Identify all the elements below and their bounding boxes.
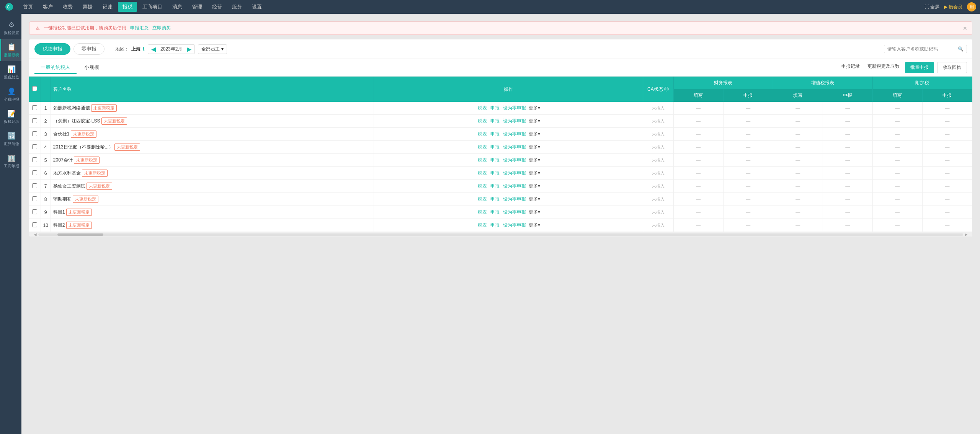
row-checkbox[interactable] [32, 144, 37, 149]
op-set-zero[interactable]: 设为零申报 [503, 183, 526, 189]
op-tax-form[interactable]: 税表 [478, 144, 487, 150]
row-checkbox[interactable] [32, 222, 37, 227]
op-more[interactable]: 更多▾ [529, 105, 540, 111]
user-avatar[interactable]: 用 [967, 2, 976, 11]
sidebar-item-tax-settings[interactable]: ⚙ 报税设置 [0, 17, 21, 39]
op-more[interactable]: 更多▾ [529, 209, 540, 215]
select-all-checkbox[interactable] [32, 86, 37, 91]
sidebar-item-annual-report[interactable]: 🏢 工商年报 [0, 150, 21, 172]
row-checkbox[interactable] [32, 118, 37, 123]
update-tax-link[interactable]: 更新税定及取数 [865, 62, 902, 73]
op-set-zero[interactable]: 设为零申报 [503, 157, 526, 163]
row-additional-fill: — [872, 102, 922, 115]
taxpayer-tab-small[interactable]: 小规模 [78, 62, 105, 74]
nav-billing[interactable]: 收费 [58, 2, 77, 12]
month-prev-button[interactable]: ◀ [151, 46, 156, 53]
op-more[interactable]: 更多▾ [529, 183, 540, 189]
op-declare[interactable]: 申报 [490, 118, 500, 124]
row-checkbox[interactable] [32, 105, 37, 110]
scrollbar-track[interactable] [38, 233, 963, 236]
scroll-left-arrow[interactable]: ◀ [32, 232, 38, 237]
row-checkbox[interactable] [32, 131, 37, 136]
op-tax-form[interactable]: 税表 [478, 131, 487, 137]
op-tax-form[interactable]: 税表 [478, 183, 487, 189]
banner-link-buy[interactable]: 立即购买 [152, 25, 171, 31]
op-more[interactable]: 更多▾ [529, 118, 540, 124]
op-more[interactable]: 更多▾ [529, 170, 540, 176]
op-tax-form[interactable]: 税表 [478, 196, 487, 202]
op-tax-form[interactable]: 税表 [478, 209, 487, 215]
row-tax-report: — [823, 102, 872, 115]
op-declare[interactable]: 申报 [490, 131, 500, 137]
op-more[interactable]: 更多▾ [529, 196, 540, 202]
collect-receipt-button[interactable]: 收取回执 [937, 62, 967, 73]
row-finance-report: — [723, 141, 773, 154]
taxpayer-tab-general[interactable]: 一般的纳税人 [34, 62, 77, 74]
tab-zero-declaration[interactable]: 零申报 [74, 43, 105, 55]
nav-business[interactable]: 工商项目 [138, 2, 167, 12]
declaration-records-link[interactable]: 申报记录 [839, 62, 862, 73]
op-more[interactable]: 更多▾ [529, 157, 540, 163]
search-icon[interactable]: 🔍 [958, 46, 964, 52]
sidebar-item-individual-tax[interactable]: 👤 个税申报 [0, 83, 21, 106]
row-checkbox[interactable] [32, 170, 37, 175]
row-checkbox[interactable] [32, 209, 37, 214]
month-next-button[interactable]: ▶ [187, 46, 191, 53]
nav-manage[interactable]: 管理 [188, 2, 207, 12]
op-more[interactable]: 更多▾ [529, 144, 540, 150]
op-more[interactable]: 更多▾ [529, 222, 540, 228]
op-tax-form[interactable]: 税表 [478, 157, 487, 163]
op-set-zero[interactable]: 设为零申报 [503, 209, 526, 215]
nav-invoice[interactable]: 票据 [78, 2, 97, 12]
op-tax-form[interactable]: 税表 [478, 105, 487, 111]
tab-tax-declaration[interactable]: 税款申报 [34, 43, 70, 55]
nav-accounting[interactable]: 记账 [98, 2, 117, 12]
op-set-zero[interactable]: 设为零申报 [503, 222, 526, 228]
op-declare[interactable]: 申报 [490, 144, 500, 150]
nav-settings[interactable]: 设置 [247, 2, 266, 12]
nav-tax[interactable]: 报税 [118, 2, 137, 12]
op-set-zero[interactable]: 设为零申报 [503, 105, 526, 111]
op-declare[interactable]: 申报 [490, 157, 500, 163]
nav-operation[interactable]: 经营 [207, 2, 227, 12]
op-declare[interactable]: 申报 [490, 105, 500, 111]
banner-close-button[interactable]: ✕ [963, 25, 967, 31]
batch-declare-button[interactable]: 批量申报 [905, 62, 934, 73]
taxpayer-action-bar: 一般的纳税人 小规模 申报记录 更新税定及取数 批量申报 收取回执 [29, 59, 972, 77]
sidebar-item-batch-tax[interactable]: 📋 批量报税 [0, 39, 21, 61]
nav-home[interactable]: 首页 [18, 2, 38, 12]
scroll-right-arrow[interactable]: ▶ [963, 232, 969, 237]
op-more[interactable]: 更多▾ [529, 131, 540, 137]
nav-message[interactable]: 消息 [168, 2, 187, 12]
op-declare[interactable]: 申报 [490, 170, 500, 176]
vip-button[interactable]: ▶ 畅会员 [944, 4, 962, 10]
row-checkbox[interactable] [32, 183, 37, 188]
op-declare[interactable]: 申报 [490, 183, 500, 189]
banner-link-summary[interactable]: 申报汇总 [130, 25, 149, 31]
scrollbar-thumb[interactable] [57, 233, 103, 236]
op-set-zero[interactable]: 设为零申报 [503, 131, 526, 137]
location-info-icon[interactable]: ℹ [143, 46, 145, 52]
op-declare[interactable]: 申报 [490, 209, 500, 215]
nav-service[interactable]: 服务 [227, 2, 247, 12]
staff-selector[interactable]: 全部员工 ▾ [198, 44, 227, 54]
op-tax-form[interactable]: 税表 [478, 118, 487, 124]
sidebar-item-reconciliation[interactable]: 🔢 汇算清缴 [0, 128, 21, 150]
op-tax-form[interactable]: 税表 [478, 170, 487, 176]
row-checkbox[interactable] [32, 196, 37, 201]
nav-customer[interactable]: 客户 [38, 2, 57, 12]
op-set-zero[interactable]: 设为零申报 [503, 196, 526, 202]
sidebar-item-tax-records[interactable]: 📝 报税记录 [0, 106, 21, 128]
row-checkbox[interactable] [32, 157, 37, 162]
op-tax-form[interactable]: 税表 [478, 222, 487, 228]
op-declare[interactable]: 申报 [490, 222, 500, 228]
sidebar-item-tax-overview[interactable]: 📊 报税总览 [0, 61, 21, 83]
op-set-zero[interactable]: 设为零申报 [503, 170, 526, 176]
horizontal-scrollbar[interactable]: ◀ ▶ [29, 232, 972, 237]
op-declare[interactable]: 申报 [490, 196, 500, 202]
op-set-zero[interactable]: 设为零申报 [503, 118, 526, 124]
op-set-zero[interactable]: 设为零申报 [503, 144, 526, 150]
row-tax-fill: — [773, 154, 823, 167]
search-input[interactable] [887, 46, 956, 52]
fullscreen-button[interactable]: ⛶ 全屏 [924, 4, 939, 10]
